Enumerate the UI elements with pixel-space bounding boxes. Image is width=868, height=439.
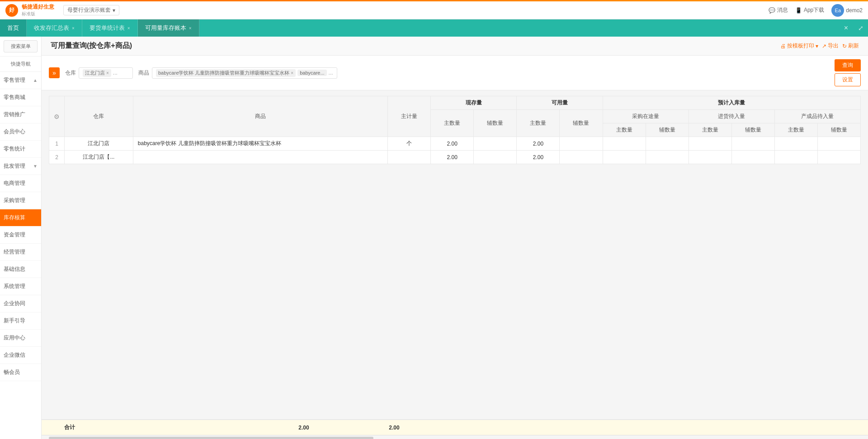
row-product-aux xyxy=(817,137,860,151)
query-button[interactable]: 查询 xyxy=(835,59,861,71)
sidebar-item-finance[interactable]: 资金管理 xyxy=(0,227,41,244)
sidebar-item-marketing[interactable]: 营销推广 xyxy=(0,106,41,123)
row-index: 1 xyxy=(49,137,65,151)
sidebar-search-section: 搜索菜单 xyxy=(0,37,41,57)
row-product-aux xyxy=(817,151,860,164)
tab-available-inventory[interactable]: 可用量库存账本 × xyxy=(138,19,199,37)
tab-available-inventory-close[interactable]: × xyxy=(189,26,192,31)
product-more-dots[interactable]: ... xyxy=(329,70,333,76)
row-current-aux xyxy=(474,151,517,164)
sidebar-item-system[interactable]: 系统管理 xyxy=(0,278,41,295)
sidebar-item-label: 经营管理 xyxy=(4,248,25,256)
page-header: 可用量查询(按仓库+商品) 🖨 按模板打印 ▾ ↗ 导出 ↻ 刷新 xyxy=(42,37,868,56)
tab-order-stats[interactable]: 要货单统计表 × xyxy=(82,19,138,37)
industry-selector[interactable]: 母婴行业演示账套 ▾ xyxy=(63,5,119,15)
refresh-icon: ↻ xyxy=(842,43,847,49)
row-product: babycare学饮杯 儿童防摔防撞吸管杯重力球吸嘴杯宝宝水杯 xyxy=(133,137,387,151)
user-profile[interactable]: Ea demo2 xyxy=(831,4,863,17)
row-product xyxy=(133,151,387,164)
sidebar-menu: 零售管理 ▲ 零售商城 营销推广 会员中心 零售统计 批发管理 ▼ 电商管理 xyxy=(0,72,41,381)
sidebar-item-basic-info[interactable]: 基础信息 xyxy=(0,261,41,278)
row-index: 2 xyxy=(49,151,65,164)
sidebar-item-retail-stats[interactable]: 零售统计 xyxy=(0,141,41,158)
tab-receivables-label: 收发存汇总表 xyxy=(34,24,69,32)
sidebar-item-enterprise-collab[interactable]: 企业协同 xyxy=(0,295,41,312)
row-unit: 个 xyxy=(388,137,431,151)
sidebar-item-ecommerce[interactable]: 电商管理 xyxy=(0,175,41,192)
tab-order-stats-close[interactable]: × xyxy=(127,26,130,31)
app-download-btn[interactable]: 📱 App下载 xyxy=(795,6,824,14)
sidebar-item-retail-mall[interactable]: 零售商城 xyxy=(0,89,41,106)
col-purchase-aux: 辅数量 xyxy=(646,123,689,137)
sidebar-item-member[interactable]: 畅会员 xyxy=(0,364,41,381)
sidebar-item-label: 零售统计 xyxy=(4,145,25,153)
sidebar-item-label: 应用中心 xyxy=(4,334,25,342)
data-table: ⚙ 仓库 商品 主计量 现存量 可用量 预计入库量 主数量 辅数量 主数量 辅数… xyxy=(49,96,861,164)
sidebar-item-label: 企业微信 xyxy=(4,351,25,359)
sidebar-item-wechat-work[interactable]: 企业微信 xyxy=(0,347,41,364)
row-purchase-aux xyxy=(646,151,689,164)
message-icon: 💬 xyxy=(769,7,775,14)
row-warehouse: 江北门店【... xyxy=(65,151,133,164)
sidebar-item-retail-mgmt[interactable]: 零售管理 ▲ xyxy=(0,72,41,89)
row-purchase-main xyxy=(603,151,646,164)
sidebar-item-operations[interactable]: 经营管理 xyxy=(0,244,41,261)
chevron-down-icon: ▾ xyxy=(816,43,818,49)
sidebar: 搜索菜单 快捷导航 零售管理 ▲ 零售商城 营销推广 会员中心 零售统计 批发管… xyxy=(0,37,42,439)
refresh-btn[interactable]: ↻ 刷新 xyxy=(842,42,859,50)
brand-sub: 标准版 xyxy=(22,11,54,17)
chevron-icon: ▲ xyxy=(33,78,38,83)
col-current-main: 主数量 xyxy=(431,110,474,137)
sidebar-item-member-center[interactable]: 会员中心 xyxy=(0,123,41,141)
sidebar-item-inventory[interactable]: 库存核算 xyxy=(0,209,41,227)
expand-tabs[interactable]: ⤢ xyxy=(854,19,868,37)
filter-more-dots[interactable]: ... xyxy=(113,70,118,76)
settings-icon[interactable]: ⚙ xyxy=(54,113,60,120)
product-label: 商品 xyxy=(138,69,149,77)
industry-label: 母婴行业演示账套 xyxy=(67,6,111,14)
main-layout: 搜索菜单 快捷导航 零售管理 ▲ 零售商城 营销推广 会员中心 零售统计 批发管… xyxy=(0,37,868,439)
col-purchase-main: 主数量 xyxy=(603,123,646,137)
product-tag-more-value: babycare... xyxy=(300,70,324,76)
refresh-label: 刷新 xyxy=(848,42,859,50)
filter-toggle-btn[interactable]: » xyxy=(49,67,60,78)
app-download-label: App下载 xyxy=(804,6,824,14)
username: demo2 xyxy=(846,7,863,14)
template-print-btn[interactable]: 🖨 按模板打印 ▾ xyxy=(780,42,818,50)
row-unit xyxy=(388,151,431,164)
message-label: 消息 xyxy=(777,6,788,14)
row-product-main xyxy=(774,151,817,164)
sidebar-item-app-center[interactable]: 应用中心 xyxy=(0,330,41,347)
tab-receivables[interactable]: 收发存汇总表 × xyxy=(27,19,82,37)
horizontal-scrollbar[interactable] xyxy=(49,437,373,439)
col-product-pending-group: 产成品待入量 xyxy=(774,110,860,123)
chevron-down-icon: ▾ xyxy=(113,7,115,14)
col-settings-header[interactable]: ⚙ xyxy=(49,96,65,137)
row-purchase-main xyxy=(603,137,646,151)
sidebar-item-newuser-guide[interactable]: 新手引导 xyxy=(0,312,41,330)
export-icon: ↗ xyxy=(822,43,826,49)
message-btn[interactable]: 💬 消息 xyxy=(769,6,788,14)
warehouse-filter: 仓库 江北门店 × ... xyxy=(65,67,133,79)
product-tag-remove[interactable]: × xyxy=(291,71,293,76)
col-available-main: 主数量 xyxy=(517,110,560,137)
search-menu-btn[interactable]: 搜索菜单 xyxy=(4,40,38,52)
export-btn[interactable]: ↗ 导出 xyxy=(822,42,839,50)
setting-button[interactable]: 设置 xyxy=(835,73,861,86)
sidebar-item-label: 电商管理 xyxy=(4,179,25,187)
warehouse-label: 仓库 xyxy=(65,69,76,77)
tab-receivables-close[interactable]: × xyxy=(72,26,75,31)
col-incoming-pending-group: 进货待入量 xyxy=(689,110,774,123)
top-bar-right: 💬 消息 📱 App下载 Ea demo2 xyxy=(769,4,863,17)
sidebar-item-purchase[interactable]: 采购管理 xyxy=(0,192,41,209)
product-input[interactable]: babycare学饮杯 儿童防摔防撞吸管杯重力球吸嘴杯宝宝水杯 × babyca… xyxy=(152,67,337,79)
tab-order-stats-label: 要货单统计表 xyxy=(90,24,125,32)
close-all-tabs[interactable]: × xyxy=(839,19,854,37)
top-bar: 好 畅捷通好生意 标准版 母婴行业演示账套 ▾ 💬 消息 📱 App下载 Ea … xyxy=(0,1,868,19)
quick-nav-btn[interactable]: 快捷导航 xyxy=(2,58,39,70)
warehouse-input[interactable]: 江北门店 × ... xyxy=(79,67,133,79)
brand-name: 畅捷通好生意 xyxy=(22,3,54,11)
warehouse-tag-remove[interactable]: × xyxy=(106,71,109,76)
sidebar-item-wholesale-mgmt[interactable]: 批发管理 ▼ xyxy=(0,158,41,175)
tab-home[interactable]: 首页 xyxy=(0,19,27,37)
